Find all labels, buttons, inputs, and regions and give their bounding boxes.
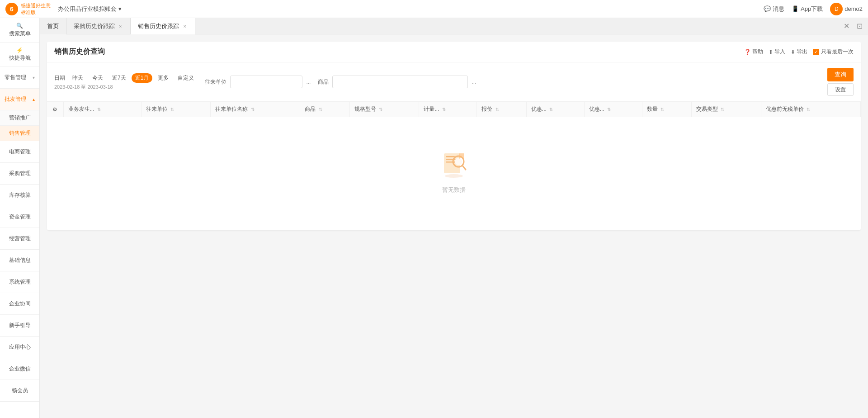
data-table: ⚙ 业务发生... ⇅ 往来单位 ⇅ 往来单位名称 [47,102,861,117]
col-price[interactable]: 报价 ⇅ [477,102,526,117]
sidebar-item-sales-mgmt[interactable]: 销售管理 [0,126,39,141]
avatar: D [830,3,843,15]
col-discount1[interactable]: 优惠... ⇅ [526,102,584,117]
chip-yesterday[interactable]: 昨天 [69,73,87,83]
search-icon: 🔍 [16,23,23,29]
chip-more[interactable]: 更多 [154,73,172,83]
page-title: 销售历史价查询 [54,47,105,57]
sidebar-item-inventory[interactable]: 库存核算 [0,185,39,206]
chip-7days[interactable]: 近7天 [108,73,130,83]
goods-dots[interactable]: ... [472,79,476,85]
col-settings[interactable]: ⚙ [47,102,63,117]
header-left: 6 畅捷通好生意 标准版 办公用品行业模拟账套 ▾ [5,2,125,15]
sort-icon: ⇅ [807,107,810,112]
sidebar-item-marketing[interactable]: 营销推广 [0,110,39,126]
empty-text: 暂无数据 [442,186,466,194]
tab-close-sales[interactable]: × [182,23,187,29]
chip-1month[interactable]: 近1月 [132,73,153,83]
goods-label: 商品 [318,78,329,86]
col-partner-name[interactable]: 往来单位名称 ⇅ [211,102,300,117]
filter-date-group: 日期 昨天 今天 近7天 近1月 更多 自定义 2023-02-18 至 202… [54,73,198,90]
sidebar: 🔍 搜索菜单 ⚡ 快捷导航 零售管理 ▾ 批发管理 ▴ 营销推广 销售管理 电商… [0,18,40,418]
sidebar-item-quick-nav[interactable]: ⚡ 快捷导航 [0,43,39,67]
partner-label: 往来单位 [205,78,226,86]
partner-dots[interactable]: ... [306,79,311,85]
retail-label: 零售管理 [5,74,26,81]
svg-point-0 [445,174,463,178]
maximize-button[interactable]: ⊡ [855,21,864,31]
export-action[interactable]: ⬇ 导出 [791,48,807,56]
tab-bar: 首页 采购历史价跟踪 × 销售历史价跟踪 × ✕ ⊡ [40,18,868,34]
tab-home[interactable]: 首页 [40,18,66,34]
sidebar-item-finance[interactable]: 资金管理 [0,206,39,228]
logo-icon: 6 [5,3,18,15]
user-action[interactable]: D demo2 [830,3,863,15]
filter-actions: 查询 设置 [827,68,854,96]
col-goods[interactable]: 商品 ⇅ [300,102,349,117]
only-last-checkbox[interactable]: 只看最后一次 [813,48,854,56]
sidebar-item-member[interactable]: 畅会员 [0,380,39,402]
col-spec[interactable]: 规格型号 ⇅ [349,102,419,117]
page-card: 销售历史价查询 ❓ 帮助 ⬆ 导入 ⬇ 导出 [47,42,861,230]
svg-line-7 [462,166,466,170]
chip-custom[interactable]: 自定义 [174,73,198,83]
close-window-button[interactable]: ✕ [842,21,851,31]
page-title-actions: ❓ 帮助 ⬆ 导入 ⬇ 导出 只看最后一次 [744,48,854,56]
goods-input[interactable] [332,76,468,88]
sort-icon: ⇅ [379,107,382,112]
sidebar-item-purchase[interactable]: 采购管理 [0,163,39,185]
app-selector[interactable]: 办公用品行业模拟账套 ▾ [54,3,125,15]
sidebar-item-operations[interactable]: 经营管理 [0,228,39,250]
help-action[interactable]: ❓ 帮助 [744,48,763,56]
download-icon: 📱 [792,5,799,12]
logo-text: 畅捷通好生意 标准版 [21,2,51,15]
app-download-action[interactable]: 📱 App下载 [792,5,823,13]
col-discount2[interactable]: 优惠... ⇅ [584,102,642,117]
sidebar-item-retail[interactable]: 零售管理 ▾ [0,67,39,89]
import-action[interactable]: ⬆ 导入 [769,48,785,56]
sort-icon: ⇅ [319,107,322,112]
chevron-down-icon: ▾ [118,5,122,12]
tab-bar-right: ✕ ⊡ [842,21,868,31]
export-icon: ⬇ [791,49,795,55]
sort-icon: ⇅ [660,107,664,112]
sidebar-item-enterprise-collab[interactable]: 企业协同 [0,293,39,315]
chip-today[interactable]: 今天 [89,73,107,83]
wholesale-label: 批发管理 [5,95,26,103]
col-partner-id[interactable]: 往来单位 ⇅ [141,102,211,117]
sidebar-item-new-guide[interactable]: 新手引导 [0,315,39,337]
tab-close-purchase[interactable]: × [118,23,123,29]
page-content: 销售历史价查询 ❓ 帮助 ⬆ 导入 ⬇ 导出 [40,34,868,418]
sidebar-item-basic-info[interactable]: 基础信息 [0,250,39,271]
col-biz-date[interactable]: 业务发生... ⇅ [63,102,141,117]
message-action[interactable]: 💬 消息 [764,5,784,13]
nav-icon: ⚡ [16,47,23,53]
chevron-down-icon: ▾ [33,75,35,80]
table-container: ⚙ 业务发生... ⇅ 往来单位 ⇅ 往来单位名称 [47,102,861,117]
tab-purchase-history[interactable]: 采购历史价跟踪 × [66,18,131,34]
help-icon: ❓ [744,49,751,55]
sort-icon: ⇅ [442,107,446,112]
sidebar-item-enterprise-wechat[interactable]: 企业微信 [0,358,39,380]
col-tax-price[interactable]: 优惠前无税单价 ⇅ [761,102,860,117]
sidebar-item-system[interactable]: 系统管理 [0,271,39,293]
message-icon: 💬 [764,5,771,12]
col-quantity[interactable]: 数量 ⇅ [642,102,691,117]
query-button[interactable]: 查询 [827,68,854,81]
header-right: 💬 消息 📱 App下载 D demo2 [764,3,863,15]
sidebar-item-search[interactable]: 🔍 搜索菜单 [0,18,39,43]
date-range-text: 2023-02-18 至 2023-03-18 [54,84,198,90]
col-unit[interactable]: 计量... ⇅ [419,102,477,117]
col-trade-type[interactable]: 交易类型 ⇅ [692,102,761,117]
logo-area: 6 畅捷通好生意 标准版 [5,2,51,15]
top-header: 6 畅捷通好生意 标准版 办公用品行业模拟账套 ▾ 💬 消息 📱 App下载 D… [0,0,868,18]
tab-sales-history[interactable]: 销售历史价跟踪 × [131,18,195,34]
setting-button[interactable]: 设置 [827,83,854,96]
date-chips: 昨天 今天 近7天 近1月 更多 自定义 [69,73,198,83]
sort-icon: ⇅ [170,107,174,112]
sidebar-item-ecommerce[interactable]: 电商管理 [0,141,39,163]
partner-input[interactable] [230,76,302,88]
sidebar-item-app-center[interactable]: 应用中心 [0,337,39,358]
empty-icon [436,144,472,180]
sidebar-item-wholesale[interactable]: 批发管理 ▴ [0,89,39,110]
